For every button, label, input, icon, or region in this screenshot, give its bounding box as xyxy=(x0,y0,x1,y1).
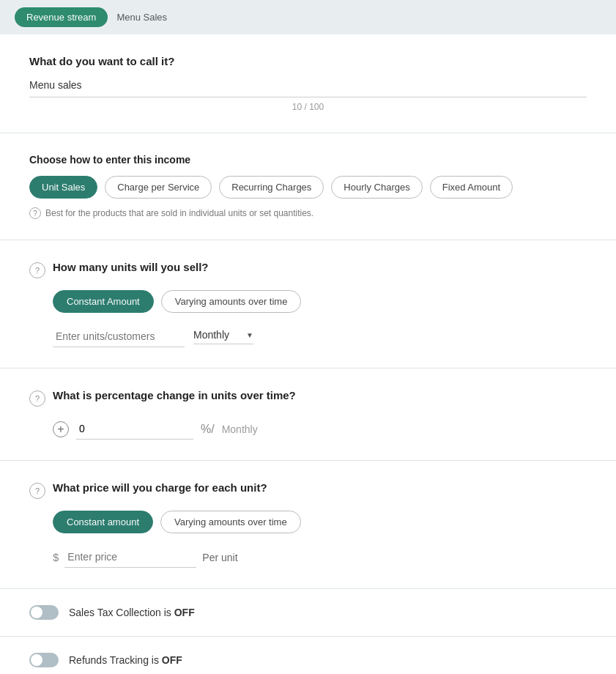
dollar-sign-icon: $ xyxy=(53,551,59,563)
percentage-section: ? What is percentage change in units ove… xyxy=(0,369,616,461)
refunds-section: Refunds Tracking is OFF xyxy=(0,637,616,674)
sales-tax-toggle[interactable] xyxy=(29,605,59,620)
price-constant-btn[interactable]: Constant amount xyxy=(53,511,153,533)
income-section: Choose how to enter this income Unit Sal… xyxy=(0,133,616,240)
price-section: ? What price will you charge for each un… xyxy=(0,461,616,589)
income-hint-row: ? Best for the products that are sold in… xyxy=(29,207,587,219)
income-toggle-group: Unit Sales Charge per Service Recurring … xyxy=(29,176,587,199)
fixed-amount-btn[interactable]: Fixed Amount xyxy=(430,176,513,199)
units-input-row: Monthly Weekly Yearly ▼ xyxy=(53,326,587,347)
percent-row: + %/ Monthly xyxy=(53,418,587,440)
breadcrumb: Menu Sales xyxy=(116,12,167,23)
hint-icon: ? xyxy=(29,207,41,219)
unit-sales-btn[interactable]: Unit Sales xyxy=(29,176,97,199)
units-question-row: ? How many units will you sell? xyxy=(29,261,587,278)
percentage-question-text: What is percentage change in units over … xyxy=(53,389,296,401)
units-question-icon: ? xyxy=(29,262,45,278)
refunds-slider xyxy=(29,653,59,667)
percent-symbol: %/ xyxy=(201,423,215,436)
refunds-label: Refunds Tracking is OFF xyxy=(69,654,182,666)
recurring-charges-btn[interactable]: Recurring Charges xyxy=(219,176,324,199)
percent-input[interactable] xyxy=(76,418,193,440)
units-constant-btn[interactable]: Constant Amount xyxy=(53,290,154,313)
char-count: 10 / 100 xyxy=(29,102,587,112)
name-input[interactable] xyxy=(29,76,587,94)
units-section: ? How many units will you sell? Constant… xyxy=(0,240,616,369)
revenue-stream-tab[interactable]: Revenue stream xyxy=(15,7,108,27)
plus-circle-icon[interactable]: + xyxy=(53,421,69,437)
price-input[interactable] xyxy=(64,547,196,568)
price-amount-toggle-group: Constant amount Varying amounts over tim… xyxy=(53,511,587,533)
units-input[interactable] xyxy=(53,326,185,347)
name-section-title: What do you want to call it? xyxy=(29,55,587,67)
price-varying-btn[interactable]: Varying amounts over time xyxy=(160,511,301,533)
charge-per-service-btn[interactable]: Charge per Service xyxy=(105,176,212,199)
chevron-down-icon: ▼ xyxy=(246,331,253,339)
income-label: Choose how to enter this income xyxy=(29,154,587,166)
period-select[interactable]: Monthly Weekly Yearly xyxy=(193,329,243,341)
units-question-text: How many units will you sell? xyxy=(53,261,209,273)
period-select-wrap[interactable]: Monthly Weekly Yearly ▼ xyxy=(193,329,253,344)
percentage-question-icon: ? xyxy=(29,390,45,407)
units-varying-btn[interactable]: Varying amounts over time xyxy=(161,290,302,313)
sales-tax-slider xyxy=(29,605,59,620)
price-input-row: $ Per unit xyxy=(53,547,587,568)
refunds-toggle[interactable] xyxy=(29,653,59,667)
units-amount-toggle-group: Constant Amount Varying amounts over tim… xyxy=(53,290,587,313)
hourly-charges-btn[interactable]: Hourly Charges xyxy=(331,176,422,199)
sales-tax-label: Sales Tax Collection is OFF xyxy=(69,607,195,618)
sales-tax-section: Sales Tax Collection is OFF xyxy=(0,589,616,637)
percent-period-label: Monthly xyxy=(222,423,258,435)
price-question-icon: ? xyxy=(29,483,45,499)
per-unit-label: Per unit xyxy=(202,552,237,563)
name-section: What do you want to call it? 10 / 100 xyxy=(0,34,616,133)
price-question-row: ? What price will you charge for each un… xyxy=(29,481,587,499)
percentage-question-row: ? What is percentage change in units ove… xyxy=(29,389,587,407)
income-hint-text: Best for the products that are sold in i… xyxy=(45,208,313,218)
price-question-text: What price will you charge for each unit… xyxy=(53,481,267,494)
top-nav: Revenue stream Menu Sales xyxy=(0,0,616,34)
